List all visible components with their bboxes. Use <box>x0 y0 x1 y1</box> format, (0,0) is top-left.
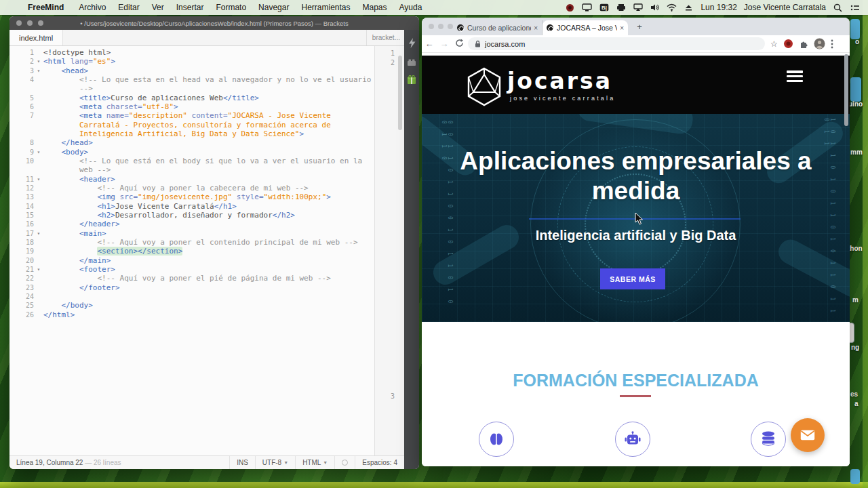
code-line[interactable]: 22 <!-- Aquí voy a poner el pié de págin… <box>9 274 374 283</box>
reload-button[interactable] <box>452 39 467 49</box>
extensions-puzzle-icon[interactable] <box>799 39 808 49</box>
profile-avatar[interactable] <box>814 38 825 49</box>
code-line[interactable]: --> <box>9 84 374 93</box>
menu-herramientas[interactable]: Herramientas <box>295 3 356 12</box>
code-line[interactable]: Inteligencia Artificial, Big Data y Data… <box>9 129 374 138</box>
code-line[interactable]: 23 </footer> <box>9 283 374 292</box>
brackets-right-toolbar <box>404 30 419 469</box>
airplay-icon[interactable] <box>633 3 643 12</box>
menu-app-name[interactable]: FreeMind <box>22 3 70 12</box>
code-line[interactable]: 3▾ <head> <box>9 66 374 75</box>
minimize-button[interactable] <box>438 24 443 29</box>
freemind-node[interactable] <box>850 77 861 102</box>
screen-record-icon[interactable] <box>565 3 575 12</box>
hamburger-menu-icon[interactable] <box>787 70 803 82</box>
freemind-node[interactable] <box>850 469 860 484</box>
extension-gift-icon[interactable] <box>407 75 416 87</box>
code-line[interactable]: 6 <meta charset="utf-8"> <box>9 102 374 111</box>
tab-curso-aplicaciones[interactable]: Curso de aplicaciones Web × <box>453 20 542 35</box>
saber-mas-button[interactable]: SABER MÁS <box>600 268 665 289</box>
code-line[interactable]: 10 <!-- Lo que está en el body si que lo… <box>9 157 374 165</box>
new-tab-button[interactable]: + <box>633 20 646 33</box>
code-line[interactable]: 12 <!-- Aquí voy a poner la cabecera de … <box>9 184 374 192</box>
language-selector[interactable]: HTML▼ <box>295 456 334 469</box>
live-preview-status-icon[interactable] <box>334 456 355 469</box>
chrome-tabstrip: Curso de aplicaciones Web × JOCARSA – Jo… <box>422 18 850 35</box>
code-line[interactable]: 26</html> <box>9 310 374 319</box>
section-title: FORMACIÓN ESPECIALIZADA <box>422 371 850 390</box>
code-line[interactable]: web --> <box>9 165 374 174</box>
code-line[interactable]: 24 <box>9 292 374 301</box>
close-button[interactable] <box>429 24 434 29</box>
code-line[interactable]: 15 <h2>Desarrollador, diseñador y formad… <box>9 211 374 220</box>
jocarsa-logo-icon[interactable] <box>465 66 503 107</box>
tab-jocarsa-active[interactable]: JOCARSA – Jose Vicente Carra × <box>542 20 628 35</box>
code-line[interactable]: 25 </body> <box>9 301 374 310</box>
code-line[interactable]: 14 <h1>Jose Vicente Carratalá</h1> <box>9 202 374 211</box>
bookmark-star-icon[interactable]: ☆ <box>770 39 778 49</box>
lock-icon <box>475 40 481 47</box>
menu-archivo[interactable]: Archivo <box>73 3 112 12</box>
feature-brain-circle[interactable] <box>479 422 514 457</box>
zoom-button[interactable] <box>448 24 453 29</box>
code-line[interactable]: Carratalá - Proyectos, consultoría y for… <box>9 121 374 129</box>
brand-name[interactable]: jocarsa <box>507 68 612 94</box>
menu-editar[interactable]: Editar <box>112 3 145 12</box>
file-tab-index-html[interactable]: index.html <box>9 30 63 45</box>
adblock-extension-icon[interactable] <box>783 39 793 49</box>
side-panel-scrollbar[interactable] <box>398 56 402 130</box>
feature-robot-circle[interactable] <box>615 422 650 457</box>
printer-icon[interactable] <box>616 3 626 12</box>
code-line[interactable]: 18 <!-- Aquí voy a poner el contenido pr… <box>9 238 374 247</box>
code-line[interactable]: 9▾ <body> <box>9 148 374 157</box>
code-line[interactable]: 13 <img src="img/josevicente.jpg" style=… <box>9 192 374 201</box>
page-scrollbar-thumb[interactable] <box>844 54 848 126</box>
side-panel-header[interactable]: bracket... <box>366 30 404 45</box>
menu-mapas[interactable]: Mapas <box>357 3 393 12</box>
code-line[interactable]: 2▾<html lang="es"> <box>9 57 374 66</box>
code-line[interactable]: 5 <title>Curso de aplicaciones Web</titl… <box>9 94 374 102</box>
chrome-menu-icon[interactable] <box>831 39 833 49</box>
menu-bar-user[interactable]: Jose Vicente Carratala <box>744 3 826 12</box>
menu-ayuda[interactable]: Ayuda <box>393 3 429 12</box>
code-editor[interactable]: 1<!doctype html>2▾<html lang="es">3▾ <he… <box>9 46 374 455</box>
menu-insertar[interactable]: Insertar <box>170 3 210 12</box>
forward-button[interactable]: → <box>437 39 452 49</box>
live-preview-icon[interactable] <box>408 38 416 51</box>
code-line[interactable]: 1<!doctype html> <box>9 48 374 57</box>
spotlight-search-icon[interactable] <box>833 3 843 12</box>
code-line[interactable]: 11▾ <header> <box>9 175 374 184</box>
eject-icon[interactable] <box>684 3 694 12</box>
extension-manager-icon[interactable] <box>407 57 416 69</box>
code-line[interactable]: 21▾ <footer> <box>9 265 374 274</box>
feature-database-circle[interactable] <box>751 422 786 457</box>
display-icon[interactable] <box>582 3 592 12</box>
insert-mode-indicator[interactable]: INS <box>229 456 255 469</box>
keyboard-layout-icon[interactable]: B| <box>599 3 609 12</box>
menu-bar-clock[interactable]: Lun 19:32 <box>701 3 736 12</box>
menu-formato[interactable]: Formato <box>210 3 252 12</box>
code-line[interactable]: 4 <!-- Lo que esta en el head va al nave… <box>9 75 374 84</box>
menu-navegar[interactable]: Navegar <box>252 3 295 12</box>
code-line[interactable]: 17▾ <main> <box>9 229 374 238</box>
back-button[interactable]: ← <box>422 39 437 49</box>
editor-side-panel: 123 <box>374 46 404 455</box>
code-line[interactable]: 19 <section></section> <box>9 247 374 256</box>
wifi-icon[interactable] <box>667 3 677 12</box>
code-line[interactable]: 20 </main> <box>9 256 374 265</box>
indent-setting[interactable]: Espacios: 4 <box>355 456 404 469</box>
code-line[interactable]: 8 </head> <box>9 138 374 147</box>
freemind-node-label-fragment: mm <box>850 148 863 156</box>
volume-icon[interactable] <box>650 3 660 12</box>
contact-fab-button[interactable] <box>791 418 825 452</box>
address-bar[interactable]: jocarsa.com <box>468 37 765 50</box>
code-line[interactable]: 16 </header> <box>9 220 374 228</box>
encoding-selector[interactable]: UTF-8▼ <box>255 456 295 469</box>
tab-close-icon[interactable]: × <box>617 24 624 32</box>
freemind-node[interactable] <box>850 19 860 39</box>
menu-ver[interactable]: Ver <box>146 3 170 12</box>
notification-center-icon[interactable] <box>850 3 860 12</box>
brackets-titlebar[interactable]: • /Users/josevicente/Desktop/CursoAplica… <box>9 16 419 30</box>
code-line[interactable]: 7 <meta name="description" content="JOCA… <box>9 111 374 120</box>
tab-close-icon[interactable]: × <box>531 24 538 32</box>
